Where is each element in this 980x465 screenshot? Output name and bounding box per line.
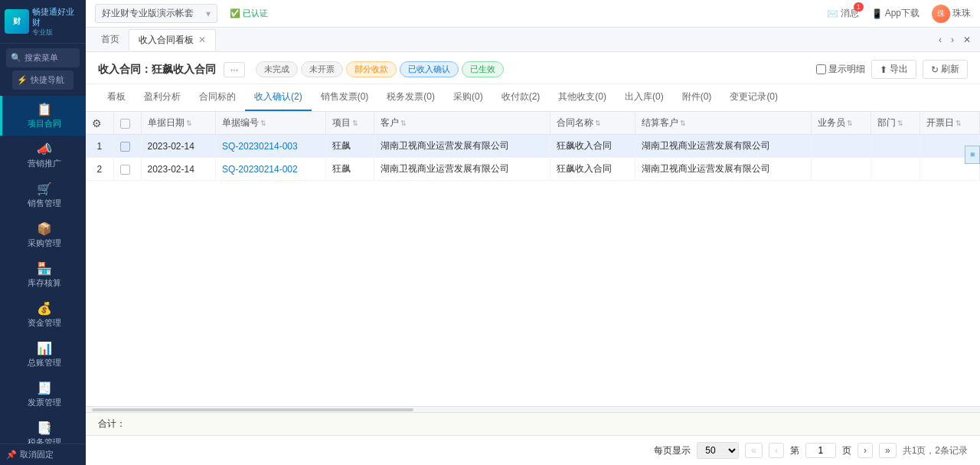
tab-income-confirm[interactable]: 收入确认(2) bbox=[245, 84, 312, 111]
tab-attachment[interactable]: 附件(0) bbox=[673, 84, 721, 111]
user-avatar[interactable]: 珠 珠珠 bbox=[932, 5, 971, 23]
home-tab[interactable]: 首页 bbox=[92, 28, 129, 51]
sort-billing-customer[interactable]: 结算客户 ⇅ bbox=[642, 116, 805, 129]
table-footer: 合计： bbox=[86, 412, 980, 435]
row-2-checkbox[interactable] bbox=[113, 158, 141, 181]
sort-customer[interactable]: 客户 ⇅ bbox=[381, 116, 544, 129]
row-1-customer: 湖南卫视商业运营发展有限公司 bbox=[374, 135, 550, 158]
table-row[interactable]: 1 2023-02-14 SQ-20230214-003 狂飙 湖南卫视商业运营… bbox=[86, 135, 980, 158]
tab-nav-prev[interactable]: ‹ bbox=[936, 33, 945, 47]
th-settings: ⚙ bbox=[86, 112, 113, 135]
tab-profit[interactable]: 盈利分析 bbox=[135, 84, 190, 111]
tab-warehouse[interactable]: 出入库(0) bbox=[616, 84, 673, 111]
app-logo-text: 畅捷通好业财 bbox=[32, 6, 81, 28]
tab-purchase[interactable]: 采购(0) bbox=[444, 84, 492, 111]
table-row[interactable]: 2 2023-02-14 SQ-20230214-002 狂飙 湖南卫视商业运营… bbox=[86, 158, 980, 181]
show-detail-checkbox[interactable]: 显示明细 bbox=[816, 63, 865, 76]
sub-tabs: 看板 盈利分析 合同标的 收入确认(2) 销售发票(0) 税务发票(0) 采购(… bbox=[86, 84, 980, 112]
row-1-checkbox[interactable] bbox=[113, 135, 141, 158]
sort-contract-name[interactable]: 合同名称 ⇅ bbox=[557, 116, 629, 129]
export-button[interactable]: ⬆ 导出 bbox=[871, 60, 916, 79]
inventory-icon: 🏪 bbox=[37, 261, 52, 276]
next-page-button[interactable]: › bbox=[858, 443, 873, 458]
status-incomplete[interactable]: 未完成 bbox=[256, 61, 298, 77]
prev-page-button[interactable]: ‹ bbox=[769, 443, 784, 458]
sort-invoice-icon: ⇅ bbox=[956, 120, 962, 127]
tab-nav-close[interactable]: ✕ bbox=[960, 33, 974, 47]
sort-date[interactable]: 单据日期 ⇅ bbox=[148, 116, 209, 129]
sales-icon: 🛒 bbox=[37, 182, 52, 196]
contract-header: 收入合同：狂飙收入合同 ··· 未完成 未开票 部分收款 已收入确认 已生效 显… bbox=[86, 52, 980, 84]
marketing-icon: 📣 bbox=[37, 142, 52, 156]
row-1-salesman bbox=[811, 135, 871, 158]
th-salesman: 业务员 ⇅ bbox=[811, 112, 871, 135]
sidebar-item-inventory[interactable]: 🏪 库存核算 bbox=[0, 255, 86, 295]
refresh-button[interactable]: ↻ 刷新 bbox=[923, 60, 968, 79]
tab-sales-invoice[interactable]: 销售发票(0) bbox=[312, 84, 378, 111]
search-menu-button[interactable]: 🔍 搜索菜单 bbox=[6, 48, 80, 67]
sort-invoice-date[interactable]: 开票日 ⇅ bbox=[926, 116, 973, 129]
row-2-salesman bbox=[811, 158, 871, 181]
order-link-2[interactable]: SQ-20230214-002 bbox=[222, 164, 298, 175]
status-uninvoiced[interactable]: 未开票 bbox=[301, 61, 343, 77]
per-page-select[interactable]: 20 50 100 bbox=[697, 442, 739, 459]
cancel-pin-button[interactable]: 📌 取消固定 bbox=[0, 444, 86, 465]
sidebar-bottom: 📌 取消固定 bbox=[0, 444, 86, 465]
tab-other-income[interactable]: 其他收支(0) bbox=[549, 84, 616, 111]
row-2-project: 狂飙 bbox=[325, 158, 374, 181]
tab-change-log[interactable]: 变更记录(0) bbox=[720, 84, 787, 111]
app-download-button[interactable]: 📱 App下载 bbox=[871, 7, 920, 20]
floating-btn-icon: ≡ bbox=[969, 152, 977, 157]
tab-payment[interactable]: 收付款(2) bbox=[492, 84, 550, 111]
tabbar: 首页 收入合同看板 ✕ ‹ › ✕ bbox=[86, 28, 980, 52]
sidebar-item-invoice[interactable]: 🧾 发票管理 bbox=[0, 375, 86, 414]
th-order-no: 单据编号 ⇅ bbox=[215, 112, 325, 135]
quick-nav-button[interactable]: ⚡ 快捷导航 bbox=[12, 70, 74, 90]
close-tab-button[interactable]: ✕ bbox=[198, 34, 206, 45]
company-selector[interactable]: 好业财专业版演示帐套 ▾ bbox=[95, 4, 217, 23]
show-detail-input[interactable] bbox=[816, 64, 826, 74]
pagination: 每页显示 20 50 100 « ‹ 第 页 › » 共1页，2条记录 bbox=[86, 435, 980, 465]
purchase-icon: 📦 bbox=[37, 221, 52, 236]
settings-gear-icon[interactable]: ⚙ bbox=[92, 117, 102, 129]
sidebar-item-funds[interactable]: 💰 资金管理 bbox=[0, 295, 86, 335]
app-logo-icon: 财 bbox=[5, 9, 29, 34]
sort-salesman[interactable]: 业务员 ⇅ bbox=[818, 116, 864, 129]
th-billing-customer: 结算客户 ⇅ bbox=[635, 112, 811, 135]
last-page-button[interactable]: » bbox=[879, 443, 897, 458]
active-tab[interactable]: 收入合同看板 ✕ bbox=[129, 29, 216, 51]
tab-tax-invoice[interactable]: 税务发票(0) bbox=[377, 84, 444, 111]
sidebar-item-marketing[interactable]: 📣 营销推广 bbox=[0, 136, 86, 175]
tab-kanban[interactable]: 看板 bbox=[98, 84, 135, 111]
sort-department[interactable]: 部门 ⇅ bbox=[877, 116, 913, 129]
message-button[interactable]: ✉️ 1 消息 bbox=[827, 7, 859, 20]
sidebar-item-purchase[interactable]: 📦 采购管理 bbox=[0, 215, 86, 255]
sort-date-icon: ⇅ bbox=[186, 120, 192, 127]
page-number-input[interactable] bbox=[805, 443, 836, 458]
row-checkbox-2[interactable] bbox=[120, 165, 130, 175]
tab-contract-subject[interactable]: 合同标的 bbox=[190, 84, 245, 111]
status-buttons: 未完成 未开票 部分收款 已收入确认 已生效 bbox=[256, 61, 504, 77]
status-partial-payment[interactable]: 部分收款 bbox=[346, 61, 397, 77]
tab-nav-next[interactable]: › bbox=[948, 33, 957, 47]
sidebar-item-sales[interactable]: 🛒 销售管理 bbox=[0, 175, 86, 215]
export-icon: ⬆ bbox=[880, 64, 887, 75]
order-link-1[interactable]: SQ-20230214-003 bbox=[222, 141, 298, 152]
floating-action-button[interactable]: ≡ bbox=[965, 146, 980, 164]
th-checkbox bbox=[113, 112, 141, 135]
sort-order-no[interactable]: 单据编号 ⇅ bbox=[222, 116, 319, 129]
sort-project[interactable]: 项目 ⇅ bbox=[332, 116, 368, 129]
project-icon: 📋 bbox=[37, 102, 52, 116]
more-button[interactable]: ··· bbox=[224, 62, 245, 77]
first-page-button[interactable]: « bbox=[745, 443, 763, 458]
scrollbar-thumb[interactable] bbox=[92, 408, 413, 411]
message-icon: ✉️ bbox=[827, 8, 838, 19]
row-checkbox-1[interactable] bbox=[120, 142, 130, 152]
horizontal-scrollbar[interactable] bbox=[86, 406, 980, 412]
select-all-checkbox[interactable] bbox=[120, 119, 130, 129]
status-effective[interactable]: 已生效 bbox=[462, 61, 504, 77]
sidebar-item-project[interactable]: 📋 项目合同 bbox=[0, 96, 86, 136]
sidebar-item-ledger[interactable]: 📊 总账管理 bbox=[0, 335, 86, 375]
status-confirmed[interactable]: 已收入确认 bbox=[400, 61, 459, 77]
sidebar-item-tax[interactable]: 📑 税务管理 bbox=[0, 414, 86, 444]
